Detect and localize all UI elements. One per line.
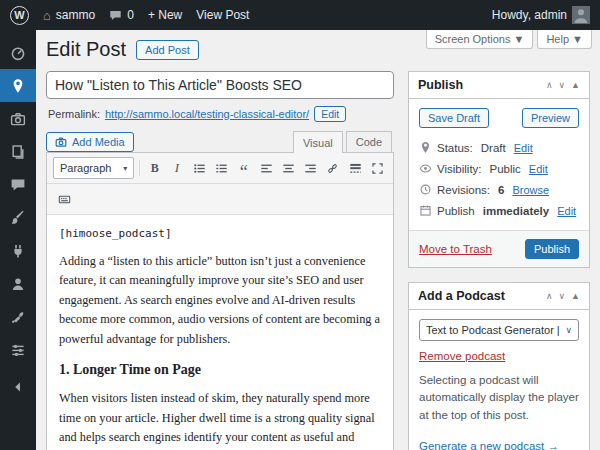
publish-metabox-header[interactable]: Publish ∧ ∨ ▲ [409,72,589,99]
insert-link-button[interactable] [323,157,342,179]
sidebar-item-posts[interactable] [0,69,36,102]
post-title-input[interactable] [46,71,394,99]
tools-wrench-icon [10,309,26,325]
sidebar-item-comments[interactable] [0,168,36,201]
podcast-metabox-body: Text to Podcast Generator | AI Podca ∨ R… [409,310,589,450]
metabox-controls: ∧ ∨ ▲ [546,292,580,301]
dashboard-icon [10,45,26,61]
publish-time-value: immediately [483,205,549,217]
comments-count: 0 [127,8,134,22]
post-content-editable[interactable]: [himoose_podcast] Adding a “listen to th… [47,215,393,450]
bulleted-list-button[interactable] [190,157,209,179]
podcast-select-value: Text to Podcast Generator | AI Podca [426,324,561,336]
pages-icon [10,144,26,160]
sidebar-item-users[interactable] [0,267,36,300]
edit-status-link[interactable]: Edit [514,142,533,154]
permalink-row: Permalink: http://sammo.local/testing-cl… [48,106,394,122]
tab-visual[interactable]: Visual [293,131,343,153]
numbered-list-button[interactable] [212,157,231,179]
save-draft-button[interactable]: Save Draft [419,108,489,128]
podcast-metabox-header[interactable]: Add a Podcast ∧ ∨ ▲ [409,283,589,310]
content-heading: 1. Longer Time on Page [59,362,381,378]
admin-bar: W ⌂ sammo 0 + New View Post Howdy, admin [0,0,600,30]
align-left-icon [260,162,273,175]
revisions-value: 6 [498,184,504,196]
edit-publish-time-link[interactable]: Edit [557,205,576,217]
edit-permalink-button[interactable]: Edit [314,106,346,122]
site-name-link[interactable]: ⌂ sammo [43,8,95,23]
sidebar-item-media[interactable] [0,102,36,135]
sidebar-item-settings[interactable] [0,333,36,366]
posts-pin-icon [10,78,26,94]
sidebar-item-tools[interactable] [0,300,36,333]
howdy-label: Howdy, admin [492,8,567,22]
avatar [572,6,590,24]
post-revisions-row: Revisions: 6 Browse [419,179,579,200]
revisions-label: Revisions: [437,184,490,196]
plugins-plug-icon [10,243,26,259]
blockquote-button[interactable]: “ [234,157,253,179]
publish-button[interactable]: Publish [525,239,579,259]
edit-visibility-link[interactable]: Edit [529,163,548,175]
fullscreen-button[interactable] [368,157,387,179]
comments-admin-link[interactable]: 0 [109,8,134,22]
my-account-menu[interactable]: Howdy, admin [492,6,590,24]
editor-column: Permalink: http://sammo.local/testing-cl… [46,71,394,450]
add-media-label: Add Media [72,136,125,148]
move-up-icon[interactable]: ∧ [546,292,553,301]
sidebar-item-dashboard[interactable] [0,36,36,69]
generate-podcast-link[interactable]: Generate a new podcast → [419,440,559,450]
add-post-button[interactable]: Add Post [136,40,199,60]
status-value: Draft [481,142,506,154]
sidebar-item-pages[interactable] [0,135,36,168]
podcast-shortcode: [himoose_podcast] [59,227,381,240]
podcast-description: Selecting a podcast will automatically d… [419,372,579,424]
side-column: Publish ∧ ∨ ▲ Save Draft Preview [408,71,590,450]
admin-sidebar-menu [0,30,36,450]
browse-revisions-link[interactable]: Browse [512,184,549,196]
collapse-menu-button[interactable] [0,370,36,403]
permalink-link[interactable]: http://sammo.local/testing-classical-edi… [105,108,309,120]
add-media-button[interactable]: Add Media [46,132,134,152]
tab-code[interactable]: Code [346,131,392,152]
keyboard-icon [58,193,71,206]
editor-toolbar-row-2 [47,184,393,215]
move-down-icon[interactable]: ∨ [558,81,565,90]
settings-sliders-icon [10,342,26,358]
podcast-select[interactable]: Text to Podcast Generator | AI Podca ∨ [419,319,579,341]
move-up-icon[interactable]: ∧ [546,81,553,90]
wordpress-edit-post-screen: W ⌂ sammo 0 + New View Post Howdy, admin [0,0,600,450]
new-content-menu[interactable]: + New [148,8,182,22]
toggle-panel-icon[interactable]: ▲ [571,81,580,90]
toggle-panel-icon[interactable]: ▲ [571,292,580,301]
remove-podcast-link[interactable]: Remove podcast [419,350,505,362]
help-button[interactable]: Help ▼ [537,30,592,49]
visibility-value: Public [490,163,521,175]
screen-options-button[interactable]: Screen Options ▼ [426,30,534,49]
move-to-trash-link[interactable]: Move to Trash [419,243,492,255]
align-right-button[interactable] [301,157,320,179]
wordpress-menu[interactable]: W [10,6,29,25]
view-post-link[interactable]: View Post [196,8,249,22]
keyboard-shortcuts-button[interactable] [53,188,75,210]
align-right-icon [304,162,317,175]
align-left-button[interactable] [256,157,275,179]
sidebar-item-plugins[interactable] [0,234,36,267]
wordpress-logo-icon: W [10,6,29,25]
move-down-icon[interactable]: ∨ [558,292,565,301]
collapse-arrow-icon [10,379,26,395]
numbered-list-icon [215,162,228,175]
metabox-controls: ∧ ∨ ▲ [546,81,580,90]
preview-button[interactable]: Preview [522,108,579,128]
italic-button[interactable]: I [167,157,186,179]
paragraph-format-select[interactable]: Paragraph ▾ [53,157,134,179]
content-paragraph: When visitors listen instead of skim, th… [59,389,381,450]
podcast-metabox-title: Add a Podcast [418,289,505,303]
bulleted-list-icon [193,162,206,175]
sidebar-item-appearance[interactable] [0,201,36,234]
insert-more-tag-button[interactable] [345,157,364,179]
calendar-icon [419,204,432,217]
revisions-clock-icon [419,183,432,196]
align-center-button[interactable] [279,157,298,179]
bold-button[interactable]: B [145,157,164,179]
